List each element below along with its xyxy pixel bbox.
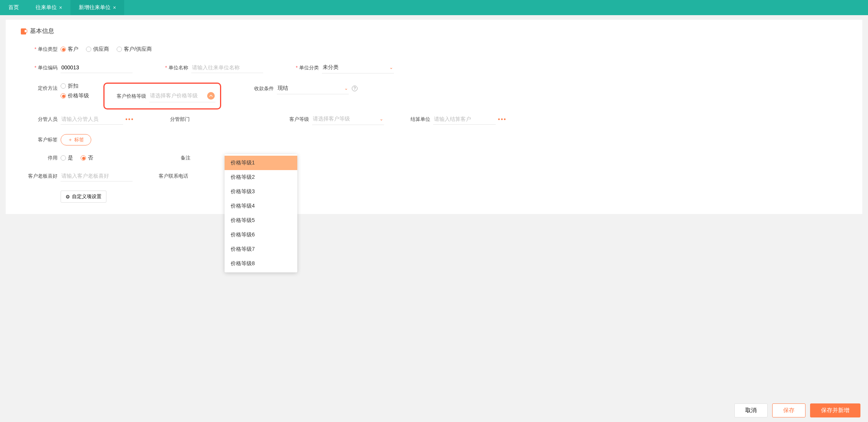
entity-code-input[interactable]	[61, 62, 133, 73]
settlement-input[interactable]	[433, 114, 496, 125]
section-title: 基本信息	[21, 27, 847, 35]
cancel-button[interactable]: 取消	[734, 403, 768, 417]
radio-disabled-yes[interactable]: 是	[61, 155, 73, 161]
custom-fields-button[interactable]: ⚙ 自定义项设置	[61, 191, 106, 203]
chevron-down-icon: ⌄	[379, 116, 383, 122]
help-icon[interactable]: ?	[352, 86, 358, 91]
radio-supplier[interactable]: 供应商	[86, 46, 109, 53]
dropdown-item[interactable]: 价格等级5	[225, 213, 297, 228]
close-icon[interactable]: ×	[113, 5, 116, 11]
customer-level-select[interactable]: 请选择客户等级 ⌄	[312, 113, 384, 125]
close-icon[interactable]: ×	[59, 5, 62, 11]
form-icon	[21, 28, 26, 34]
tab-bar: 首页 往来单位× 新增往来单位×	[0, 0, 868, 15]
price-level-dropdown: 价格等级1 价格等级2 价格等级3 价格等级4 价格等级5 价格等级6 价格等级…	[225, 154, 297, 272]
entity-category-select[interactable]: 未分类 ⌄	[322, 62, 394, 73]
tab-new-contact[interactable]: 新增往来单位×	[70, 0, 124, 15]
radio-price-level[interactable]: 价格等级	[61, 92, 89, 99]
gear-icon: ⚙	[66, 194, 70, 200]
dropdown-item[interactable]: 价格等级8	[225, 256, 297, 271]
tab-contacts[interactable]: 往来单位×	[27, 0, 70, 15]
dropdown-item[interactable]: 价格等级2	[225, 170, 297, 184]
chevron-down-icon: ⌄	[389, 65, 393, 70]
form-panel: 基本信息 *单位类型 客户 供应商 客户/供应商 *单位编码 *单位名称	[6, 20, 862, 214]
boss-preference-input[interactable]	[61, 170, 133, 181]
chevron-up-icon	[207, 92, 215, 100]
save-button[interactable]: 保存	[772, 403, 806, 417]
staff-input[interactable]	[61, 114, 123, 125]
payment-terms-select[interactable]: 现结 ⌄	[277, 83, 349, 94]
footer-actions: 取消 保存 保存并新增	[734, 403, 860, 417]
price-level-select[interactable]: 请选择客户价格等级	[149, 90, 215, 102]
more-icon[interactable]: •••	[498, 116, 507, 123]
tab-home[interactable]: 首页	[0, 0, 27, 15]
add-tag-button[interactable]: ＋ 标签	[61, 134, 91, 145]
dropdown-item[interactable]: 价格等级1	[225, 156, 297, 170]
dropdown-item[interactable]: 价格等级4	[225, 199, 297, 213]
radio-customer[interactable]: 客户	[61, 46, 78, 53]
dropdown-item[interactable]: 价格等级7	[225, 242, 297, 256]
dropdown-item[interactable]: 价格等级6	[225, 228, 297, 242]
save-and-new-button[interactable]: 保存并新增	[810, 403, 860, 417]
radio-disabled-no[interactable]: 否	[81, 155, 93, 161]
entity-name-input[interactable]	[191, 62, 263, 73]
radio-discount[interactable]: 折扣	[61, 83, 89, 89]
dropdown-item[interactable]: 价格等级3	[225, 184, 297, 199]
chevron-down-icon: ⌄	[344, 86, 348, 91]
price-level-highlight: 客户价格等级 请选择客户价格等级	[103, 83, 221, 109]
more-icon[interactable]: •••	[125, 116, 134, 123]
radio-both[interactable]: 客户/供应商	[117, 46, 152, 53]
